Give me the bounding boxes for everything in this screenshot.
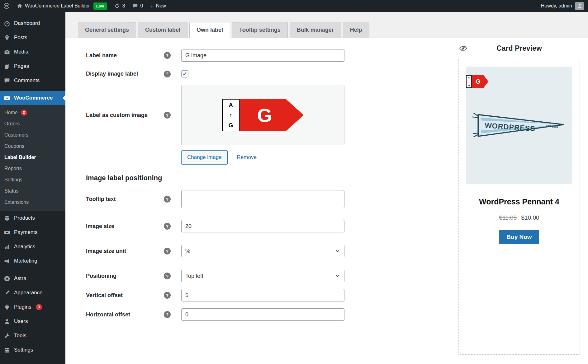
posts-icon xyxy=(4,35,10,41)
sidebar-item-label: Analytics xyxy=(14,243,35,250)
section-heading-image-label-positioning: Image label positioning xyxy=(86,174,441,182)
sidebar-item-label: Pages xyxy=(14,63,29,70)
horizontal-offset-input[interactable] xyxy=(181,308,344,321)
sidebar-item-label: WooCommerce xyxy=(14,95,53,101)
submenu-item-home[interactable]: Home 3 xyxy=(0,107,65,118)
sidebar-item-tools[interactable]: Tools xyxy=(0,329,65,343)
help-icon[interactable]: ? xyxy=(164,223,171,230)
tab-panel-own-label: Label name ? Display image label ? ✓ Lab… xyxy=(65,38,588,364)
help-icon[interactable]: ? xyxy=(164,311,171,318)
pennant-subtext: EST 2003 xyxy=(546,124,558,128)
avatar[interactable] xyxy=(575,2,584,10)
energy-scale-column: A ↑ G xyxy=(466,75,472,88)
buy-now-button[interactable]: Buy Now xyxy=(499,230,539,244)
card-preview-panel: Card Preview A ↑ G G xyxy=(450,38,588,364)
sidebar-item-plugins[interactable]: Plugins 3 xyxy=(0,300,65,314)
sidebar-item-media[interactable]: Media xyxy=(0,45,65,59)
sidebar-item-settings[interactable]: Settings xyxy=(0,343,65,357)
tab-general-settings[interactable]: General settings xyxy=(78,22,136,38)
chevron-down-icon xyxy=(335,248,340,254)
tab-custom-label[interactable]: Custom label xyxy=(138,22,187,38)
site-name: WooCommerce Label Builder xyxy=(25,3,90,9)
new-menu[interactable]: + New xyxy=(147,0,169,12)
remove-image-link[interactable]: Remove xyxy=(237,154,257,161)
comments-menu[interactable]: 0 xyxy=(129,0,147,12)
sidebar-item-analytics[interactable]: Analytics xyxy=(0,240,65,254)
pennant-image: WORDPRESS EST 2003 xyxy=(469,106,569,144)
help-icon[interactable]: ? xyxy=(164,196,171,203)
site-menu[interactable]: WooCommerce Label Builder Live xyxy=(13,0,111,12)
plugins-count-badge: 3 xyxy=(36,304,42,310)
live-badge: Live xyxy=(93,2,107,10)
sidebar-item-label: Tools xyxy=(14,332,26,339)
label-name-input[interactable] xyxy=(181,49,344,62)
comments-icon xyxy=(4,77,10,84)
dashboard-icon xyxy=(4,20,10,27)
tools-icon xyxy=(4,333,10,339)
submenu-item-coupons[interactable]: Coupons xyxy=(0,141,65,152)
energy-scale-column: A ↑ G xyxy=(222,99,239,131)
sidebar-item-label: Settings xyxy=(14,347,33,353)
old-price: $11.05 xyxy=(499,214,517,221)
sidebar-separator xyxy=(0,88,65,91)
sidebar-item-pages[interactable]: Pages xyxy=(0,59,65,73)
tab-bulk-manager[interactable]: Bulk manager xyxy=(290,22,341,38)
wordpress-logo-menu[interactable]: W xyxy=(0,0,13,12)
energy-grade-arrow: G xyxy=(239,99,304,131)
submenu-item-orders[interactable]: Orders xyxy=(0,118,65,129)
woocommerce-submenu: Home 3 Orders Customers Coupons Label Bu… xyxy=(0,105,65,211)
tab-tooltip-settings[interactable]: Tooltip settings xyxy=(232,22,288,38)
product-price: $11.05 $10.00 xyxy=(499,214,539,221)
sidebar-item-users[interactable]: Users xyxy=(0,314,65,329)
sidebar-item-products[interactable]: Products xyxy=(0,211,65,225)
sidebar-item-payments[interactable]: Payments xyxy=(0,225,65,240)
new-label: New xyxy=(156,3,166,9)
image-size-unit-select[interactable]: % xyxy=(181,245,344,257)
sidebar-item-astra[interactable]: Astra xyxy=(0,271,65,286)
payments-icon xyxy=(4,229,10,236)
tooltip-text-label: Tooltip text xyxy=(86,196,164,203)
analytics-icon xyxy=(4,244,10,250)
submenu-item-label-builder[interactable]: Label Builder xyxy=(0,152,65,163)
tab-own-label[interactable]: Own label xyxy=(189,22,230,38)
display-image-label-checkbox[interactable]: ✓ xyxy=(181,70,188,77)
sidebar-item-woocommerce[interactable]: W WooCommerce xyxy=(0,91,65,105)
woocommerce-icon: W xyxy=(4,95,10,101)
help-icon[interactable]: ? xyxy=(164,52,171,59)
product-title: WordPress Pennant 4 xyxy=(479,197,559,206)
sidebar-item-appearance[interactable]: Appearance xyxy=(0,286,65,300)
energy-label-image: A ↑ G G xyxy=(222,99,304,131)
sidebar-item-dashboard[interactable]: Dashboard xyxy=(0,16,65,30)
up-arrow-icon: ↑ xyxy=(229,112,232,118)
tab-help[interactable]: Help xyxy=(343,22,369,38)
eye-slash-icon[interactable] xyxy=(459,44,467,53)
help-icon[interactable]: ? xyxy=(164,292,171,299)
tooltip-text-textarea[interactable] xyxy=(181,190,344,208)
horizontal-offset-label: Horizontal offset xyxy=(86,311,164,318)
change-image-button[interactable]: Change image xyxy=(181,150,228,165)
vertical-offset-input[interactable] xyxy=(181,289,344,301)
image-size-label: Image size xyxy=(86,223,164,230)
howdy-text[interactable]: Howdy, admin xyxy=(541,3,572,9)
sidebar-item-posts[interactable]: Posts xyxy=(0,30,65,45)
help-icon[interactable]: ? xyxy=(164,273,171,279)
updates-menu[interactable]: 3 xyxy=(111,0,129,12)
sidebar-item-label: Marketing xyxy=(14,258,37,264)
submenu-item-status[interactable]: Status xyxy=(0,185,65,197)
label-name-label: Label name xyxy=(86,52,164,59)
submenu-item-settings[interactable]: Settings xyxy=(0,174,65,185)
submenu-item-extensions[interactable]: Extensions xyxy=(0,197,65,208)
submenu-item-customers[interactable]: Customers xyxy=(0,129,65,141)
help-icon[interactable]: ? xyxy=(164,248,171,254)
image-size-input[interactable] xyxy=(181,220,344,232)
submenu-item-reports[interactable]: Reports xyxy=(0,163,65,174)
sidebar-item-comments[interactable]: Comments xyxy=(0,73,65,88)
home-count-badge: 3 xyxy=(21,110,27,116)
positioning-select[interactable]: Top left xyxy=(181,270,344,282)
vertical-offset-label: Vertical offset xyxy=(86,292,164,299)
help-icon[interactable]: ? xyxy=(164,112,171,119)
home-icon xyxy=(17,3,23,9)
help-icon[interactable]: ? xyxy=(164,71,171,77)
label-as-custom-image-label: Label as custom image xyxy=(86,112,164,119)
sidebar-item-marketing[interactable]: Marketing xyxy=(0,254,65,268)
